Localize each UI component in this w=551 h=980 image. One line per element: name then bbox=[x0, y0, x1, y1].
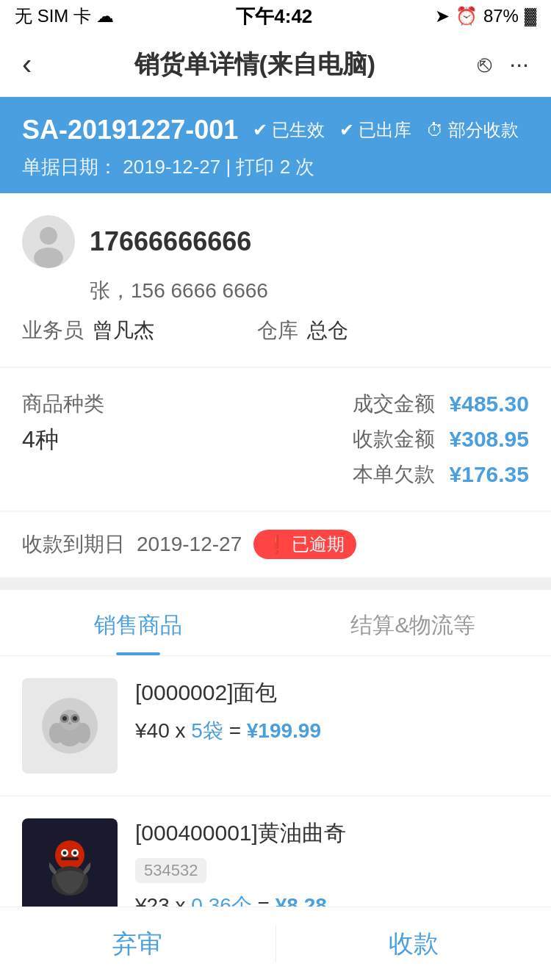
received-amount: ¥308.95 bbox=[450, 427, 529, 452]
amount-section: 商品种类 4种 成交金额 ¥485.30 收款金额 ¥308.95 本单欠款 ¥… bbox=[0, 368, 551, 511]
tab-settlement-label: 结算&物流等 bbox=[350, 613, 475, 637]
tab-settlement[interactable]: 结算&物流等 bbox=[276, 590, 551, 655]
product-info-2: [000400001]黄油曲奇 534532 ¥23 x 0.36个 = ¥8.… bbox=[135, 818, 529, 920]
deal-amount-row: 成交金额 ¥485.30 bbox=[353, 390, 529, 418]
customer-name: 17666666666 bbox=[90, 226, 251, 257]
category-count: 4种 bbox=[22, 424, 104, 456]
discard-button[interactable]: 弃审 bbox=[0, 907, 276, 980]
status-left: 无 SIM 卡 ☁ bbox=[15, 4, 114, 28]
customer-section: 17666666666 张，156 6666 6666 业务员 曾凡杰 仓库 总… bbox=[0, 193, 551, 367]
status-bar: 无 SIM 卡 ☁ 下午4:42 ➤ ⏰ 87% ▓ bbox=[0, 0, 551, 32]
product-price-1: ¥40 x 5袋 = ¥199.99 bbox=[135, 717, 529, 745]
product-list: [0000002]面包 ¥40 x 5袋 = ¥199.99 bbox=[0, 656, 551, 943]
warehouse-item: 仓库 总仓 bbox=[257, 317, 348, 345]
status-right: ➤ ⏰ 87% ▓ bbox=[435, 6, 536, 26]
collect-button[interactable]: 收款 bbox=[276, 907, 552, 980]
tabs-section: 销售商品 结算&物流等 bbox=[0, 590, 551, 656]
unit-price-1: ¥40 bbox=[135, 719, 170, 742]
date-label: 单据日期： bbox=[22, 156, 118, 178]
due-date-label: 收款到期日 bbox=[22, 530, 125, 558]
status-badge-1: ✔ 已生效 bbox=[253, 118, 325, 142]
amount-right: 成交金额 ¥485.30 收款金额 ¥308.95 本单欠款 ¥176.35 bbox=[353, 390, 529, 489]
status-badge-3: ⏱ 部分收款 bbox=[426, 118, 519, 142]
deal-amount: ¥485.30 bbox=[450, 392, 529, 417]
order-date: 2019-12-27 bbox=[123, 156, 220, 178]
section-divider bbox=[0, 578, 551, 590]
debt-amount: ¥176.35 bbox=[450, 462, 529, 487]
qty-1: 5袋 bbox=[191, 719, 223, 742]
overdue-badge: ❗ 已逾期 bbox=[253, 530, 356, 559]
svg-point-9 bbox=[73, 716, 77, 721]
customer-detail: 业务员 曾凡杰 仓库 总仓 bbox=[22, 317, 529, 345]
due-date-value: 2019-12-27 bbox=[137, 533, 242, 556]
tab-sales-products[interactable]: 销售商品 bbox=[0, 590, 276, 655]
svg-point-11 bbox=[49, 723, 64, 743]
debt-amount-row: 本单欠款 ¥176.35 bbox=[353, 461, 529, 489]
received-label: 收款金额 bbox=[353, 425, 435, 453]
bread-icon bbox=[40, 696, 99, 755]
page-title: 销货单详情(来自电脑) bbox=[134, 48, 376, 82]
battery-label: 87% bbox=[483, 6, 519, 26]
header-banner: SA-20191227-001 ✔ 已生效 ✔ 已出库 ⏱ 部分收款 单据日期：… bbox=[0, 97, 551, 193]
bottom-bar: 弃审 收款 bbox=[0, 907, 551, 980]
cookie-product-icon bbox=[33, 829, 107, 903]
status-time: 下午4:42 bbox=[236, 4, 312, 29]
check-icon-1: ✔ bbox=[253, 120, 267, 140]
location-icon: ➤ bbox=[435, 6, 450, 26]
header-row1: SA-20191227-001 ✔ 已生效 ✔ 已出库 ⏱ 部分收款 bbox=[22, 115, 529, 145]
svg-point-12 bbox=[76, 723, 90, 743]
total-1: ¥199.99 bbox=[247, 719, 321, 742]
more-icon[interactable]: ··· bbox=[509, 51, 529, 78]
customer-phone: 张，156 6666 6666 bbox=[22, 277, 529, 305]
tab-sales-label: 销售商品 bbox=[94, 613, 182, 637]
product-tag-2: 534532 bbox=[135, 858, 206, 883]
alarm-icon: ⏰ bbox=[455, 6, 478, 26]
svg-point-8 bbox=[62, 716, 67, 721]
header-date-row: 单据日期： 2019-12-27 | 打印 2 次 bbox=[22, 154, 529, 180]
share-icon[interactable]: ⎋ bbox=[478, 51, 491, 78]
svg-point-18 bbox=[63, 851, 67, 855]
salesperson-item: 业务员 曾凡杰 bbox=[22, 317, 154, 345]
back-button[interactable]: ‹ bbox=[22, 48, 32, 81]
category-label: 商品种类 bbox=[22, 390, 104, 418]
svg-point-2 bbox=[34, 248, 63, 268]
product-info-1: [0000002]面包 ¥40 x 5袋 = ¥199.99 bbox=[135, 678, 529, 745]
status-badge-2: ✔ 已出库 bbox=[339, 118, 411, 142]
amount-left: 商品种类 4种 bbox=[22, 390, 104, 456]
deal-label: 成交金额 bbox=[353, 390, 435, 418]
product-name-2: [000400001]黄油曲奇 bbox=[135, 818, 529, 849]
product-item: [0000002]面包 ¥40 x 5袋 = ¥199.99 bbox=[0, 656, 551, 796]
battery-icon: ▓ bbox=[525, 7, 536, 26]
warehouse-value: 总仓 bbox=[307, 317, 348, 345]
avatar-icon bbox=[22, 215, 75, 268]
due-section: 收款到期日 2019-12-27 ❗ 已逾期 bbox=[0, 512, 551, 577]
overdue-icon: ❗ bbox=[265, 534, 287, 555]
svg-rect-20 bbox=[61, 857, 79, 860]
received-amount-row: 收款金额 ¥308.95 bbox=[353, 425, 529, 453]
svg-point-1 bbox=[40, 227, 57, 245]
product-name-1: [0000002]面包 bbox=[135, 678, 529, 708]
clock-icon: ⏱ bbox=[426, 120, 444, 140]
svg-point-14 bbox=[55, 840, 84, 870]
overdue-label: 已逾期 bbox=[292, 533, 345, 556]
debt-label: 本单欠款 bbox=[353, 461, 435, 489]
product-image-2 bbox=[22, 818, 118, 914]
salesperson-label: 业务员 bbox=[22, 317, 84, 345]
customer-row1: 17666666666 bbox=[22, 215, 529, 268]
nav-bar: ‹ 销货单详情(来自电脑) ⎋ ··· bbox=[0, 32, 551, 97]
check-icon-2: ✔ bbox=[339, 120, 354, 140]
nav-icons: ⎋ ··· bbox=[478, 51, 529, 78]
svg-point-19 bbox=[73, 851, 77, 855]
warehouse-label: 仓库 bbox=[257, 317, 298, 345]
product-image-1 bbox=[22, 678, 118, 774]
order-id: SA-20191227-001 bbox=[22, 115, 238, 145]
avatar bbox=[22, 215, 75, 268]
salesperson-value: 曾凡杰 bbox=[93, 317, 154, 345]
print-info: | 打印 2 次 bbox=[226, 156, 314, 178]
no-sim-label: 无 SIM 卡 ☁ bbox=[15, 4, 114, 28]
